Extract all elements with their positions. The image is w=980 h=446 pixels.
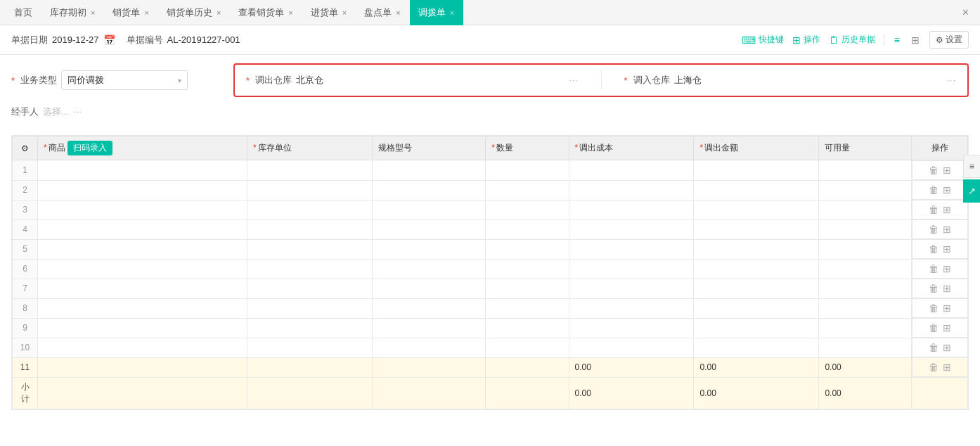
row-delete-btn[interactable]: 🗑 [928,321,939,334]
row-cost[interactable] [569,298,694,318]
row-unit[interactable] [247,338,372,357]
tab-close-stocktake[interactable]: × [396,8,400,17]
row-cost[interactable] [569,219,694,239]
biz-type-select[interactable]: 同价调拨 ▾ [61,70,188,90]
tab-close-sales-order[interactable]: × [144,8,148,17]
row-cost[interactable] [569,259,694,279]
row-available[interactable] [819,259,912,279]
handler-value[interactable]: 选择... [43,106,69,118]
grid-view-btn[interactable]: ⊞ [910,33,921,47]
row-unit[interactable] [247,279,372,298]
row-unit[interactable] [247,298,372,318]
tab-view-sales[interactable]: 查看销货单 × [230,0,302,25]
tab-home[interactable]: 首页 [6,0,41,25]
row-delete-btn[interactable]: 🗑 [928,243,939,255]
row-copy-btn[interactable]: ⊞ [942,262,952,275]
row-available[interactable] [819,338,912,357]
row-available[interactable] [819,200,912,219]
row-unit[interactable] [247,239,372,259]
row-qty[interactable] [486,318,569,338]
row-amount[interactable] [694,259,819,279]
handler-more-btn[interactable]: ··· [73,107,82,117]
row-goods[interactable] [38,338,247,357]
row-delete-btn[interactable]: 🗑 [928,203,939,216]
calendar-icon[interactable]: 📅 [103,34,115,46]
row-available[interactable] [819,160,912,181]
row-spec[interactable] [372,318,485,338]
row-copy-btn[interactable]: ⊞ [942,164,952,177]
row-qty[interactable] [486,338,569,357]
row-qty[interactable] [486,180,569,200]
transfer-in-more-btn[interactable]: ··· [947,75,956,85]
th-gear-col[interactable]: ⚙ [13,136,38,160]
row-delete-btn[interactable]: 🗑 [928,302,939,314]
row-qty[interactable] [486,259,569,279]
row-goods[interactable] [38,160,247,181]
row-copy-btn[interactable]: ⊞ [942,184,952,196]
row-copy-btn[interactable]: ⊞ [942,341,952,354]
row-delete-btn[interactable]: 🗑 [928,184,939,196]
row-amount[interactable] [694,279,819,298]
row-unit[interactable] [247,259,372,279]
row-cost[interactable] [569,200,694,219]
row-copy-btn[interactable]: ⊞ [942,321,952,334]
row-available[interactable] [819,279,912,298]
row-amount[interactable] [694,219,819,239]
tab-inventory-init[interactable]: 库存期初 × [41,0,104,25]
row-spec[interactable] [372,239,485,259]
row-cost[interactable] [569,239,694,259]
tab-close-sales-history[interactable]: × [217,8,221,17]
row-qty[interactable] [486,298,569,318]
row-spec[interactable] [372,338,485,357]
side-list-btn[interactable]: ≡ [963,155,980,178]
row-spec[interactable] [372,259,485,279]
row-copy-btn[interactable]: ⊞ [942,302,952,314]
row-unit[interactable] [247,200,372,219]
row-unit[interactable] [247,180,372,200]
side-expand-btn[interactable]: ↗ [963,179,980,203]
row-amount[interactable] [694,298,819,318]
row-goods[interactable] [38,298,247,318]
row-qty[interactable] [486,219,569,239]
row-available[interactable] [819,239,912,259]
tab-sales-order[interactable]: 销货单 × [104,0,157,25]
row-cost[interactable] [569,279,694,298]
row-delete-btn[interactable]: 🗑 [928,223,939,236]
list-view-btn[interactable]: ≡ [893,33,901,47]
window-close-btn[interactable]: × [957,6,974,19]
row-unit[interactable] [247,318,372,338]
tab-close-view-sales[interactable]: × [288,8,292,17]
row-copy-btn[interactable]: ⊞ [942,223,952,236]
transfer-in-value[interactable]: 上海仓 [674,74,943,87]
row-copy-btn[interactable]: ⊞ [942,203,952,216]
row-goods[interactable] [38,219,247,239]
row-unit[interactable] [247,160,372,181]
row-copy-btn[interactable]: ⊞ [942,361,952,374]
row-copy-btn[interactable]: ⊞ [942,282,952,295]
row-spec[interactable] [372,160,485,181]
tab-stocktake[interactable]: 盘点单 × [356,0,409,25]
tab-close-transfer[interactable]: × [450,8,454,17]
settings-btn[interactable]: ⚙ 设置 [929,31,969,49]
row-available[interactable] [819,180,912,200]
tab-close-purchase[interactable]: × [342,8,347,17]
row-delete-btn[interactable]: 🗑 [928,164,939,177]
row-goods[interactable] [38,279,247,298]
row-cost[interactable] [569,318,694,338]
row-spec[interactable] [372,200,485,219]
row-goods[interactable] [38,200,247,219]
row-amount[interactable] [694,239,819,259]
transfer-out-value[interactable]: 北京仓 [296,74,565,87]
row-delete-btn[interactable]: 🗑 [928,262,939,275]
row-cost[interactable] [569,180,694,200]
row-amount[interactable] [694,338,819,357]
tab-close-inventory-init[interactable]: × [91,8,95,17]
row-delete-btn[interactable]: 🗑 [928,282,939,295]
row-qty[interactable] [486,200,569,219]
row-cost[interactable] [569,338,694,357]
scan-entry-btn[interactable]: 扫码录入 [67,141,112,155]
row-goods[interactable] [38,318,247,338]
transfer-out-more-btn[interactable]: ··· [569,75,578,85]
row-delete-btn[interactable]: 🗑 [928,361,939,374]
row-available[interactable] [819,219,912,239]
